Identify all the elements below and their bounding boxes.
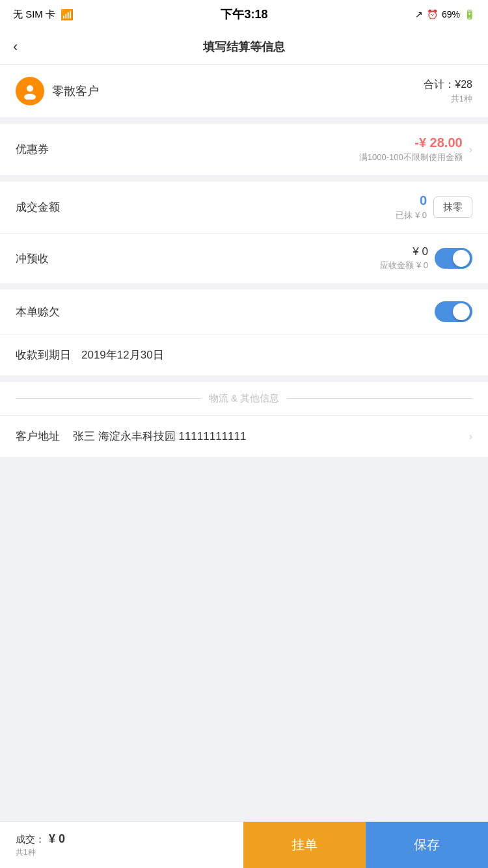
round-zero-button[interactable]: 抹零 xyxy=(433,197,472,218)
debt-row: 本单赊欠 xyxy=(0,290,488,334)
coupon-label: 优惠券 xyxy=(16,142,68,157)
bottom-transaction-label: 成交： xyxy=(16,834,45,846)
bottom-count: 共1种 xyxy=(16,847,228,858)
address-label: 客户地址 xyxy=(16,429,60,444)
avatar xyxy=(16,77,44,105)
prepayment-toggle[interactable] xyxy=(435,248,472,269)
prepayment-row: 冲预收 ¥ 0 应收金额 ¥ 0 xyxy=(0,233,488,283)
transaction-section: 成交金额 0 已抹 ¥ 0 抹零 冲预收 ¥ 0 应收金额 ¥ 0 xyxy=(0,182,488,283)
coupon-value-group: -¥ 28.00 满1000-100不限制使用金额 xyxy=(359,135,463,163)
save-button[interactable]: 保存 xyxy=(366,822,488,869)
location-icon: ↗ xyxy=(415,9,423,20)
debt-label: 本单赊欠 xyxy=(16,305,68,319)
coupon-right: -¥ 28.00 满1000-100不限制使用金额 › xyxy=(359,135,472,163)
address-chevron-icon: › xyxy=(469,431,472,442)
prepayment-right: ¥ 0 应收金额 ¥ 0 xyxy=(380,245,472,271)
customer-left: 零散客户 xyxy=(16,77,99,105)
bottom-transaction: 成交： ¥ 0 xyxy=(16,832,228,846)
coupon-sub: 满1000-100不限制使用金额 xyxy=(359,152,463,163)
debt-section: 本单赊欠 收款到期日 2019年12月30日 xyxy=(0,290,488,375)
debt-toggle[interactable] xyxy=(435,301,472,322)
nav-bar: ‹ 填写结算等信息 xyxy=(0,29,488,65)
battery-text: 69% xyxy=(442,9,460,20)
wifi-icon: 📶 xyxy=(61,8,74,21)
svg-point-1 xyxy=(24,94,36,100)
back-button[interactable]: ‹ xyxy=(13,38,18,55)
customer-section: 零散客户 合计：¥28 共1种 xyxy=(0,65,488,117)
bottom-bar: 成交： ¥ 0 共1种 挂单 保存 xyxy=(0,821,488,868)
page-title: 填写结算等信息 xyxy=(203,39,285,55)
due-date-label: 收款到期日 xyxy=(16,347,71,362)
alarm-icon: ⏰ xyxy=(427,9,438,20)
address-value: 张三 海淀永丰科技园 11111111111 xyxy=(73,429,469,444)
prepayment-label: 冲预收 xyxy=(16,251,68,266)
transaction-sub: 已抹 ¥ 0 xyxy=(396,210,427,221)
transaction-value: 0 xyxy=(396,193,427,208)
carrier-text: 无 SIM 卡 xyxy=(13,8,55,21)
bottom-transaction-amount: ¥ 0 xyxy=(49,832,65,846)
status-left: 无 SIM 卡 📶 xyxy=(13,8,74,21)
status-bar: 无 SIM 卡 📶 下午3:18 ↗ ⏰ 69% 🔋 xyxy=(0,0,488,29)
prepayment-sub: 应收金额 ¥ 0 xyxy=(380,260,428,271)
transaction-right: 0 已抹 ¥ 0 抹零 xyxy=(396,193,472,221)
coupon-section: 优惠券 -¥ 28.00 满1000-100不限制使用金额 › xyxy=(0,124,488,175)
coupon-discount: -¥ 28.00 xyxy=(359,135,463,150)
customer-right: 合计：¥28 共1种 xyxy=(424,78,472,105)
logistics-title: 物流 & 其他信息 xyxy=(209,392,279,405)
coupon-chevron-icon: › xyxy=(469,144,472,156)
prepayment-value-group: ¥ 0 应收金额 ¥ 0 xyxy=(380,245,428,271)
customer-total: 合计：¥28 xyxy=(424,78,472,92)
coupon-row[interactable]: 优惠券 -¥ 28.00 满1000-100不限制使用金额 › xyxy=(0,124,488,175)
debt-right xyxy=(435,301,472,322)
prepayment-value: ¥ 0 xyxy=(380,245,428,258)
battery-icon: 🔋 xyxy=(464,9,475,20)
logistics-header: 物流 & 其他信息 xyxy=(0,382,488,415)
transaction-value-group: 0 已抹 ¥ 0 xyxy=(396,193,427,221)
customer-name: 零散客户 xyxy=(52,83,99,99)
pending-button[interactable]: 挂单 xyxy=(243,822,366,869)
svg-point-0 xyxy=(27,85,33,92)
bottom-info: 成交： ¥ 0 共1种 xyxy=(0,832,243,858)
address-row[interactable]: 客户地址 张三 海淀永丰科技园 11111111111 › xyxy=(0,415,488,457)
due-date-row: 收款到期日 2019年12月30日 xyxy=(0,334,488,375)
customer-row: 零散客户 合计：¥28 共1种 xyxy=(0,65,488,117)
empty-space xyxy=(0,463,488,593)
customer-count: 共1种 xyxy=(424,93,472,105)
status-time: 下午3:18 xyxy=(221,7,267,22)
transaction-amount-row: 成交金额 0 已抹 ¥ 0 抹零 xyxy=(0,182,488,233)
due-date-value: 2019年12月30日 xyxy=(81,347,164,362)
debt-toggle-knob xyxy=(453,303,470,320)
prepayment-toggle-knob xyxy=(453,250,470,267)
status-right: ↗ ⏰ 69% 🔋 xyxy=(415,9,475,20)
transaction-label: 成交金额 xyxy=(16,200,68,215)
logistics-section: 物流 & 其他信息 客户地址 张三 海淀永丰科技园 11111111111 › xyxy=(0,382,488,457)
